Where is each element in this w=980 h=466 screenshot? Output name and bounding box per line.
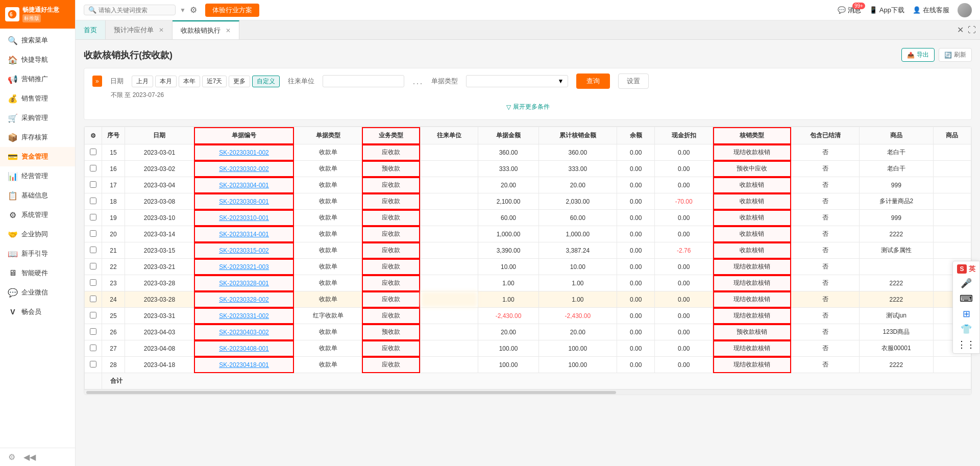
collapse-icon[interactable]: ◀◀ [23,452,36,462]
query-button[interactable]: 查询 [576,73,610,89]
row-checkbox[interactable] [90,247,96,253]
solution-button[interactable]: 体验行业方案 [205,4,259,17]
table-cell[interactable]: SK-20230328-001 [194,275,293,291]
unit-filter-input[interactable] [323,75,404,87]
tab-receipt-exec[interactable]: 收款核销执行 ✕ [173,20,239,39]
app-download-button[interactable]: 📱 App下载 [869,6,904,15]
row-checkbox[interactable] [90,214,96,220]
sidebar-item-basic[interactable]: 📋 基础信息 [0,186,75,205]
filter-toggle-btn[interactable]: » [92,76,102,87]
bill-no-link[interactable]: SK-20230310-001 [219,214,268,222]
shirt-icon[interactable]: 👕 [961,324,972,335]
table-cell[interactable]: SK-20230315-002 [194,242,293,259]
bill-no-link[interactable]: SK-20230328-001 [219,280,268,287]
bill-no-link[interactable]: SK-20230321-003 [219,263,268,271]
row-checkbox[interactable] [90,263,96,269]
table-cell[interactable]: SK-20230308-001 [194,193,293,210]
messages-button[interactable]: 💬 消息 99+ [838,6,861,15]
table-cell[interactable]: SK-20230403-002 [194,324,293,340]
search-wrap[interactable]: 🔍 [84,5,176,15]
row-checkbox[interactable] [90,345,96,351]
bill-no-link[interactable]: SK-20230301-002 [219,149,268,156]
bill-no-link[interactable]: SK-20230302-002 [219,165,268,173]
table-cell[interactable]: SK-20230328-002 [194,291,293,308]
close-window-icon[interactable]: ✕ [957,25,964,35]
tab-payable-close[interactable]: ✕ [159,27,164,34]
date-btn-prev-month[interactable]: 上月 [132,76,153,87]
topbar-gear-icon[interactable]: ⚙ [190,5,197,15]
settings-bottom-icon[interactable]: ⚙ [8,452,15,462]
bill-no-link[interactable]: SK-20230328-002 [219,296,268,303]
table-cell[interactable]: SK-20230331-002 [194,308,293,324]
horizontal-scrollbar[interactable] [84,389,971,395]
table-cell[interactable]: SK-20230314-001 [194,226,293,242]
bill-no-link[interactable]: SK-20230304-001 [219,182,268,189]
apps-icon[interactable]: ⋮⋮ [957,339,975,350]
row-checkbox[interactable] [90,296,96,302]
sidebar-item-member[interactable]: V 畅会员 [0,302,75,322]
table-cell[interactable]: SK-20230321-003 [194,259,293,275]
bill-no-link[interactable]: SK-20230418-001 [219,361,268,369]
mic-icon[interactable]: 🎤 [961,278,972,289]
col-balance: 余额 [617,127,655,144]
row-checkbox[interactable] [90,279,96,286]
sidebar-item-search[interactable]: 🔍 搜索菜单 [0,31,75,50]
grid-icon[interactable]: ⊞ [963,308,970,320]
table-cell[interactable]: SK-20230301-002 [194,144,293,161]
search-input[interactable] [99,7,160,14]
table-cell: 应收款 [362,144,420,161]
export-button[interactable]: 📤 导出 [901,48,935,62]
tab-receipt-exec-close[interactable]: ✕ [226,27,231,34]
sidebar-item-quicknav[interactable]: 🏠 快捷导航 [0,50,75,69]
bill-no-link[interactable]: SK-20230408-001 [219,345,268,352]
table-cell: 0.00 [617,259,655,275]
row-checkbox[interactable] [90,328,96,335]
tab-payable[interactable]: 预计冲应付单 ✕ [106,20,173,39]
sidebar-item-wechat[interactable]: 💬 企业微信 [0,283,75,302]
bill-no-link[interactable]: SK-20230315-002 [219,247,268,254]
table-cell: 2023-03-28 [125,275,194,291]
sidebar-item-operations[interactable]: 📊 经营管理 [0,166,75,186]
sidebar-item-enterprise[interactable]: 🤝 企业协同 [0,225,75,244]
user-avatar[interactable] [958,3,972,17]
table-cell[interactable]: SK-20230304-001 [194,177,293,193]
table-cell[interactable]: SK-20230418-001 [194,357,293,373]
row-checkbox[interactable] [90,198,96,204]
settings-button[interactable]: 设置 [618,73,649,89]
table-cell[interactable]: SK-20230302-002 [194,161,293,177]
sidebar-item-inventory[interactable]: 📦 库存核算 [0,128,75,147]
type-filter-select[interactable]: ▼ [466,75,568,87]
keyboard-icon[interactable]: ⌨ [960,293,973,304]
sidebar-item-hardware[interactable]: 🖥 智能硬件 [0,263,75,283]
bill-no-link[interactable]: SK-20230331-002 [219,312,268,320]
row-checkbox[interactable] [90,165,96,171]
row-checkbox[interactable] [90,230,96,237]
online-service-button[interactable]: 👤 在线客服 [913,6,949,15]
date-btn-this-year[interactable]: 本年 [179,76,200,87]
sidebar-item-funds[interactable]: 💳 资金管理 [0,147,75,166]
col-gear[interactable]: ⚙ [85,127,102,144]
bill-no-link[interactable]: SK-20230308-001 [219,198,268,205]
bill-no-link[interactable]: SK-20230314-001 [219,231,268,238]
sidebar-item-guide[interactable]: 📖 新手引导 [0,244,75,263]
expand-conditions-btn[interactable]: ▽ 展开更多条件 [92,103,963,111]
sidebar-item-system[interactable]: ⚙ 系统管理 [0,205,75,225]
table-cell[interactable]: SK-20230408-001 [194,340,293,357]
sidebar-item-sales[interactable]: 💰 销售管理 [0,89,75,108]
date-btn-this-month[interactable]: 本月 [155,76,177,87]
date-btn-more[interactable]: 更多 [229,76,250,87]
row-checkbox[interactable] [90,312,96,318]
row-checkbox[interactable] [90,181,96,188]
sidebar-item-marketing[interactable]: 📢 营销推广 [0,69,75,89]
row-checkbox[interactable] [90,149,96,155]
expand-window-icon[interactable]: ⛶ [968,26,976,35]
tab-home[interactable]: 首页 [76,20,106,39]
date-btn-7days[interactable]: 近7天 [202,76,227,87]
scrollbar-thumb[interactable] [86,391,616,394]
sidebar-item-purchase[interactable]: 🛒 采购管理 [0,108,75,128]
row-checkbox[interactable] [90,361,96,367]
bill-no-link[interactable]: SK-20230403-002 [219,329,268,336]
refresh-button[interactable]: 🔄 刷新 [939,48,972,62]
date-btn-custom[interactable]: 自定义 [252,76,280,87]
table-cell[interactable]: SK-20230310-001 [194,210,293,226]
